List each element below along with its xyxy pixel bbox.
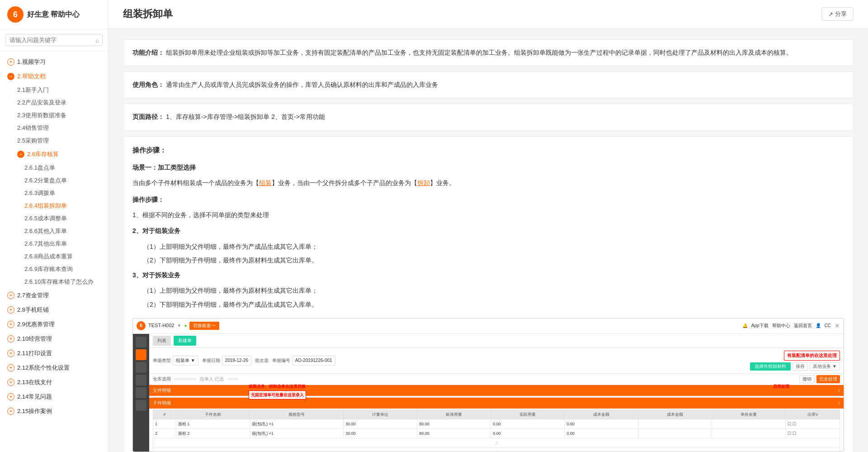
sidebar-item-finance[interactable]: + 2.7资金管理 [0,288,108,303]
sidebar-item-sales[interactable]: 2.4销售管理 [17,122,108,134]
mock-form: 单据类型 组装单 ▼ 单据日期 2019-12-26 批次选 [149,348,844,374]
mock-user-id: CC [825,322,831,330]
mobile-expand-icon: + [7,306,14,314]
sub-cell-act-1: 0.00 [491,419,565,428]
sub-col-num: # [153,409,176,419]
share-button[interactable]: ↗ 分享 [821,7,854,21]
sidebar-item-system[interactable]: + 2.12系统个性化设置 [0,361,108,375]
sub-cell-out-1: ☐ ☐ [786,419,840,428]
mock-body: 列表 新建单 单据类型 组装单 ▼ 单据日期 [133,334,844,452]
assemble-link[interactable]: 组装 [259,179,272,186]
path-label: 页面路径： [132,113,164,120]
collapse-icon: − [7,73,14,80]
sidebar-item-docs[interactable]: − 2.帮助文档 [0,69,108,84]
sidebar-item-mobile[interactable]: + 2.8手机旺铺 [0,303,108,317]
mock-docno-label: 单据编号 [272,357,290,365]
mock-tab-new[interactable]: 新建单 [174,336,196,346]
mock-batch-field: 批次选 [255,357,269,365]
mock-type-field: 单据类型 组装单 ▼ [153,356,198,366]
mock-more-btn[interactable]: 其他业务 ▼ [810,362,840,371]
sidebar-item-267[interactable]: 2.6.7其他出库单 [24,238,108,250]
sidebar-item-purchase[interactable]: 2.5采购管理 [17,134,108,147]
sub-table-row-4: 4 [153,448,840,452]
share-icon: ↗ [828,11,833,18]
func-intro-block: 功能介绍： 组装拆卸单用来处理企业组装或拆卸等加工业务，支持有固定装配清单的产品… [123,39,854,66]
sidebar-item-install[interactable]: 2.2产品安装及登录 [17,96,108,109]
sidebar-item-inventory[interactable]: − 2.6库存核算 [17,147,108,162]
sub-col-name: 子件名称 [176,409,250,419]
mock-titlebar: 6 TEST-H002 ▼ ● 切换账套一 🔔 App下载 帮助中心 返回首页 … [133,319,844,334]
cases-expand-icon: + [7,408,14,415]
sidebar-item-faq[interactable]: + 2.14常见问题 [0,390,108,404]
sub-col-cost-amt1: 成本金额 [565,409,638,419]
sidebar-item-2610[interactable]: 2.6.10库存账本错了怎么办 [24,276,108,288]
step2: 2、对于组装业务 [132,225,844,237]
path-text: 1、库存核算->库存管理->组装拆卸单 2、首页->常用功能 [166,113,325,120]
func-intro-label: 功能介绍： [132,49,164,56]
sidebar-item-data[interactable]: 2.3使用前数据准备 [17,109,108,122]
sidebar-item-newbie[interactable]: 2.1新手入门 [17,84,108,96]
sidebar-item-266[interactable]: 2.6.6其他入库单 [24,225,108,238]
sidebar-item-269[interactable]: 2.6.9库存账本查询 [24,263,108,276]
search-icon: ⌕ [95,37,99,44]
mock-tab-list[interactable]: 列表 [153,336,171,346]
sub-table-row-1: 1 面粉 1 袋(包/扎) ×1 30.00 80.00 0.00 0.00 [153,419,840,428]
sidebar-item-pay[interactable]: + 2.13在线支付 [0,375,108,390]
step2-sub2: （2）下部明细为子件明细，最终作为原材料生成其它出库单。 [132,254,844,266]
search-box: ⌕ [0,29,108,51]
inventory-submenu: 2.6.1盘点单 2.6.2分量盘点单 2.6.3调拨单 2.6.4组装拆卸单 … [17,162,108,288]
sub-cell-cost1-1: 0.00 [565,419,638,428]
sub-cell-remain-1 [712,419,786,428]
mock-main-btn[interactable]: 切换账套一 [189,322,219,330]
mock-cancel-btn[interactable]: 撤销 [799,375,815,383]
mock-warehouse-label: 仓库选用 [153,375,171,383]
sidebar-item-print[interactable]: + 2.11打印设置 [0,346,108,361]
main-header: 组装拆卸单 ↗ 分享 [108,0,868,29]
screenshot-container: 6 TEST-H002 ▼ ● 切换账套一 🔔 App下载 帮助中心 返回首页 … [132,318,844,452]
faq-expand-icon: + [7,393,14,400]
sidebar-item-261[interactable]: 2.6.1盘点单 [24,162,108,174]
coupon-expand-icon: + [7,321,14,328]
logo-icon: 6 [7,6,24,23]
sidebar-item-262[interactable]: 2.6.2分量盘点单 [24,174,108,187]
disassemble-link[interactable]: 拆卸 [417,179,430,186]
mock-save-btn[interactable]: 保存 [793,362,808,371]
mock-warehouse-btns: 撤销 完全处理 [799,375,840,383]
sub-cell-remain-2 [712,429,786,438]
mock-tabs: 列表 新建单 [149,334,844,348]
sidebar-item-cases[interactable]: + 2.15操作案例 [0,404,108,419]
sub-empty-row-4: 4 [153,448,840,452]
mock-warehouse-input[interactable] [175,378,196,380]
mock-titlebar-left: 6 TEST-H002 ▼ ● 切换账套一 [137,321,219,330]
sub-cell-unit-2: 30.00 [344,429,417,438]
sidebar-item-264[interactable]: 2.6.4组装拆卸单 [24,200,108,212]
annotation1-text: 有装配清单的在这里处理 [784,351,840,361]
mock-upper-label: 父件明细 [153,386,171,395]
sidebar-item-ops[interactable]: + 2.10经营管理 [0,332,108,346]
func-intro-text: 组装拆卸单用来处理企业组装或拆卸等加工业务，支持有固定装配清单的产品加工业务，也… [166,49,793,56]
sidebar-item-268[interactable]: 2.6.8商品成本重算 [24,250,108,263]
sub-cell-name-1: 面粉 1 [176,419,250,428]
mock-person-input[interactable] [227,378,238,380]
mock-count-label: 拉单人 已选 [200,375,224,383]
role-label: 使用角色： [132,81,164,88]
mock-confirm-btn[interactable]: 完全处理 [816,375,840,383]
mock-close-btn[interactable]: ✕ [835,320,840,332]
mock-lower-table: # 子件名称 规格型号 计量单位 标准用量 实际用量 成本金额 成本金额 [153,409,840,452]
mock-date-input[interactable]: 2019-12-26 [222,356,251,366]
mock-type-select[interactable]: 组装单 ▼ [173,356,198,366]
mock-docno-field: 单据编号 AD-20191226-001 [272,356,335,366]
sidebar-item-coupon[interactable]: + 2.9优惠券管理 [0,317,108,332]
mock-select-btn[interactable]: 选择作拆卸材料 [750,362,791,371]
search-input[interactable] [5,34,103,46]
annotation3-text: 组装业务、拆卸业务在这里切换 [249,383,306,390]
sub-col-outstock: 出库V [786,409,840,419]
sidebar-item-265[interactable]: 2.6.5成本调整单 [24,212,108,225]
mock-date-label: 单据日期 [202,357,220,365]
mock-docno-input[interactable]: AD-20191226-001 [292,356,335,366]
sidebar-item-video[interactable]: + 1.视频学习 [0,55,108,69]
sub-col-cost-amt2: 成本金额 [638,409,712,419]
mock-logo: 6 [137,321,146,330]
main-content: 组装拆卸单 ↗ 分享 功能介绍： 组装拆卸单用来处理企业组装或拆卸等加工业务，支… [108,0,868,452]
sidebar-item-263[interactable]: 2.6.3调拨单 [24,187,108,200]
